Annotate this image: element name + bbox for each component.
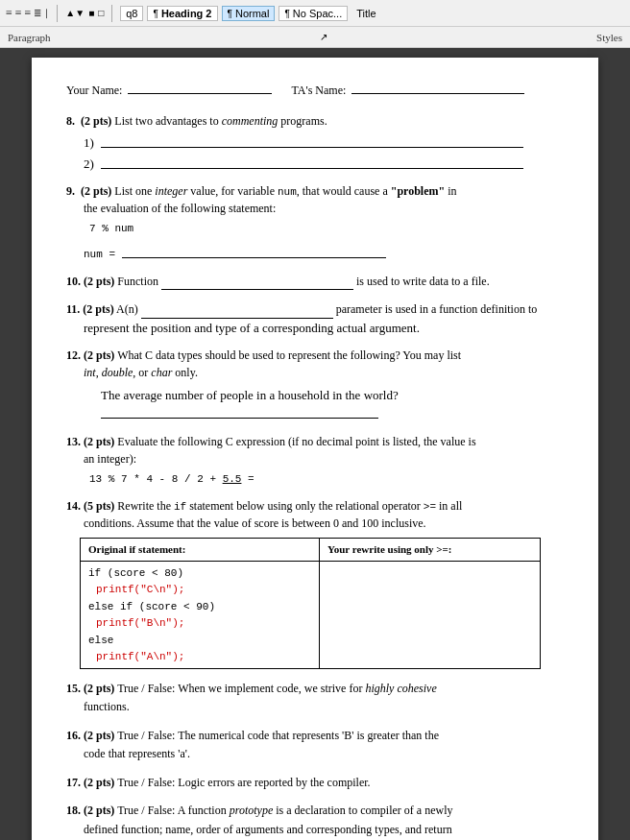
toolbar-divider bbox=[57, 5, 58, 22]
q8-item1-label: 1) bbox=[84, 134, 94, 149]
q13-text: 13. (2 pts) Evaluate the following C exp… bbox=[66, 433, 564, 468]
question-16: 16. (2 pts) True / False: The numerical … bbox=[66, 726, 564, 763]
sort-icon[interactable]: ▲▼ bbox=[65, 8, 85, 18]
border-icon[interactable]: □ bbox=[98, 8, 104, 18]
q14-rewrite-area bbox=[320, 561, 541, 668]
toolbar-icons: ≡ ≡ ≡ ≣ ∣ bbox=[6, 6, 49, 20]
nospace-style-btn[interactable]: ¶ No Spac... bbox=[279, 6, 348, 21]
q10-text: 10. (2 pts) Function is used to write da… bbox=[66, 275, 490, 288]
indent-icon[interactable]: ∣ bbox=[44, 8, 49, 18]
q14-col-rewrite: Your rewrite using only >=: bbox=[320, 539, 541, 562]
q14-col-original: Original if statement: bbox=[81, 539, 320, 562]
q8-answer2 bbox=[101, 156, 523, 169]
heading1-style-btn[interactable]: q8 bbox=[120, 6, 143, 21]
q14-original-code: if (score < 80) printf("C\n"); else if (… bbox=[81, 561, 320, 668]
title-style-btn[interactable]: Title bbox=[351, 7, 380, 20]
q8-item2-label: 2) bbox=[84, 156, 94, 170]
question-18: 18. (2 pts) True / False: A function pro… bbox=[66, 801, 564, 840]
your-name-label: Your Name: bbox=[66, 84, 122, 98]
q8-text: 8. (2 pts) List two advantages to commen… bbox=[66, 114, 327, 128]
q16-text: 16. (2 pts) True / False: The numerical … bbox=[66, 729, 439, 761]
para-bar: Paragraph ↗ Styles bbox=[0, 27, 630, 48]
heading2-style-btn[interactable]: ¶ Heading 2 bbox=[147, 6, 217, 21]
shade-icon[interactable]: ■ bbox=[88, 8, 94, 18]
question-10: 10. (2 pts) Function is used to write da… bbox=[66, 272, 564, 291]
question-15: 15. (2 pts) True / False: When we implem… bbox=[66, 679, 564, 716]
q8-item1: 1) bbox=[84, 131, 564, 152]
ta-name-label: TA's Name: bbox=[291, 84, 346, 98]
q11-answer-line bbox=[141, 305, 333, 319]
question-13: 13. (2 pts) Evaluate the following C exp… bbox=[66, 433, 564, 488]
document-wrapper: Your Name: TA's Name: 8. (2 pts) List tw… bbox=[0, 48, 630, 840]
q15-text: 15. (2 pts) True / False: When we implem… bbox=[66, 682, 437, 714]
q14-table: Original if statement: Your rewrite usin… bbox=[80, 538, 541, 669]
normal-style-btn[interactable]: ¶ Normal bbox=[222, 6, 276, 21]
toolbar: ≡ ≡ ≡ ≣ ∣ ▲▼ ■ □ q8 ¶ Heading 2 ¶ Normal… bbox=[0, 0, 630, 27]
paragraph-label: Paragraph bbox=[8, 32, 51, 43]
q9-num-label: num = bbox=[84, 248, 122, 259]
question-14: 14. (5 pts) Rewrite the if statement bel… bbox=[66, 497, 564, 669]
q12-text: 12. (2 pts) What C data types should be … bbox=[66, 347, 564, 381]
q18-text: 18. (2 pts) True / False: A function pro… bbox=[66, 804, 453, 840]
q17-text: 17. (2 pts) True / False: Logic errors a… bbox=[66, 776, 371, 789]
q8-answer1 bbox=[101, 134, 523, 148]
question-12: 12. (2 pts) What C data types should be … bbox=[66, 347, 564, 423]
align-left-icon[interactable]: ≡ bbox=[6, 6, 12, 20]
q12-sub-text: The average number of people in a househ… bbox=[101, 388, 399, 421]
your-name-field: Your Name: bbox=[66, 81, 272, 98]
page: Your Name: TA's Name: 8. (2 pts) List tw… bbox=[32, 58, 598, 840]
your-name-underline bbox=[128, 81, 272, 94]
name-row: Your Name: TA's Name: bbox=[66, 81, 564, 98]
q9-answer-area: num = bbox=[84, 241, 564, 262]
styles-label: Styles bbox=[596, 32, 622, 43]
expand-icon[interactable]: ↗ bbox=[320, 32, 327, 42]
ta-name-field: TA's Name: bbox=[291, 81, 524, 98]
question-8: 8. (2 pts) List two advantages to commen… bbox=[66, 111, 564, 173]
q14-text: 14. (5 pts) Rewrite the if statement bel… bbox=[66, 497, 564, 533]
ta-name-underline bbox=[351, 81, 524, 94]
question-17: 17. (2 pts) True / False: Logic errors a… bbox=[66, 773, 564, 792]
q13-code: 13 % 7 * 4 - 8 / 2 + 5.5 = bbox=[89, 471, 564, 488]
question-9: 9. (2 pts) List one integer value, for v… bbox=[66, 182, 564, 262]
align-center-icon[interactable]: ≡ bbox=[15, 6, 22, 20]
q10-answer-line bbox=[161, 276, 353, 290]
q9-text: 9. (2 pts) List one integer value, for v… bbox=[66, 182, 564, 218]
toolbar-divider2 bbox=[111, 5, 112, 22]
q12-answer-line bbox=[101, 405, 378, 419]
q9-answer-line bbox=[122, 245, 386, 258]
question-11: 11. (2 pts) A(n) parameter is used in a … bbox=[66, 300, 564, 337]
q8-item2: 2) bbox=[84, 152, 564, 173]
q11-text2: represent the position and type of a cor… bbox=[84, 319, 564, 338]
list-icon[interactable]: ≣ bbox=[34, 8, 41, 18]
q12-sub: The average number of people in a househ… bbox=[101, 386, 564, 423]
q11-text: 11. (2 pts) A(n) parameter is used in a … bbox=[66, 302, 537, 316]
align-right-icon[interactable]: ≡ bbox=[25, 6, 32, 20]
q9-code: 7 % num bbox=[89, 221, 564, 237]
